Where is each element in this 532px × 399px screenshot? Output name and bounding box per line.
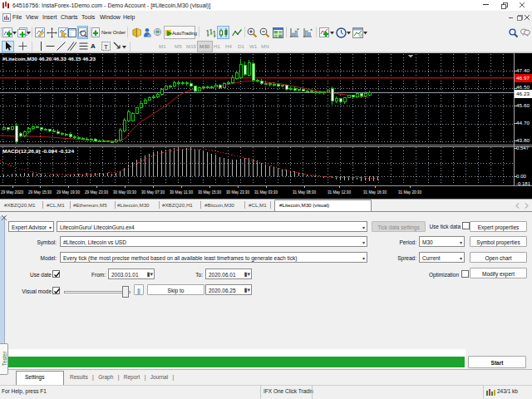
svg-text:29 May 2020: 29 May 2020 (1, 190, 23, 195)
svg-text:46.23: 46.23 (516, 91, 530, 96)
svg-text:46.97: 46.97 (516, 76, 530, 81)
svg-text:43.80: 43.80 (516, 138, 530, 143)
svg-text:29 May 15:30: 29 May 15:30 (28, 190, 52, 195)
svg-text:29 May 23:30: 29 May 23:30 (85, 190, 108, 195)
svg-text:30 May 15:30: 30 May 15:30 (198, 190, 221, 195)
svg-text:31 May 16:30: 31 May 16:30 (363, 190, 387, 195)
svg-text:-0.181: -0.181 (516, 181, 530, 186)
svg-text:31 May 20:30: 31 May 20:30 (398, 190, 421, 195)
svg-text:45.60: 45.60 (516, 103, 530, 108)
svg-text:0.547: 0.547 (516, 145, 529, 150)
svg-text:0.00: 0.00 (516, 174, 526, 179)
svg-text:31 May 03:30: 31 May 03:30 (254, 190, 278, 195)
svg-text:30 May 07:30: 30 May 07:30 (141, 190, 165, 195)
svg-text:T: T (104, 43, 108, 51)
svg-text:30 May 11:30: 30 May 11:30 (170, 190, 193, 195)
svg-text:46.50: 46.50 (516, 85, 530, 90)
svg-text:31 May 08:30: 31 May 08:30 (293, 190, 316, 195)
svg-text:MACD(12,26,9) -0.094 -0.124: MACD(12,26,9) -0.094 -0.124 (2, 148, 75, 154)
svg-text:44.70: 44.70 (516, 121, 530, 126)
svg-text:30 May 03:30: 30 May 03:30 (113, 190, 136, 195)
svg-text:47.40: 47.40 (516, 68, 530, 73)
svg-text:#Litecoin,M30 46.20 46.33 46.1: #Litecoin,M30 46.20 46.33 46.15 46.23 (2, 56, 96, 62)
svg-text:29 May 19:30: 29 May 19:30 (57, 190, 80, 195)
svg-text:30 May 23:30: 30 May 23:30 (226, 190, 249, 195)
svg-text:31 May 12:30: 31 May 12:30 (328, 190, 351, 195)
